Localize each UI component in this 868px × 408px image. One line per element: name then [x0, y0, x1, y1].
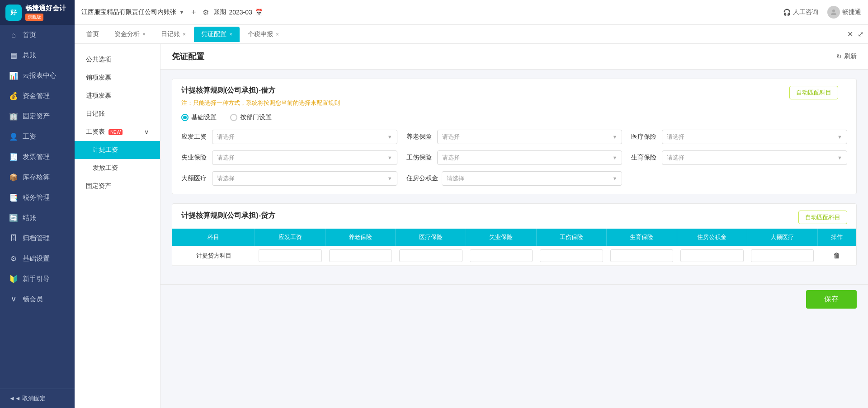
fund-icon: 💰 [9, 92, 18, 100]
birth-select[interactable]: 请选择 ▼ [662, 150, 847, 165]
salary-select[interactable]: 请选择 ▼ [212, 130, 397, 144]
sidebar-item-guide[interactable]: 🔰 新手引导 [0, 269, 75, 289]
close-tab-icon[interactable]: ✕ [847, 30, 853, 38]
left-menu-item-public[interactable]: 公共选项 [75, 51, 160, 69]
app-edition-badge: 旗舰版 [25, 14, 43, 21]
save-button[interactable]: 保存 [806, 290, 857, 309]
expand-tab-icon[interactable]: ⤢ [858, 30, 863, 38]
tab-fund-close-icon[interactable]: × [142, 31, 146, 38]
left-menu-item-fixed-asset[interactable]: 固定资产 [75, 177, 160, 195]
row-birth-input[interactable] [610, 249, 673, 262]
row-pension-input[interactable] [329, 249, 392, 262]
main-area: 江西服宝精品有限责任公司内账张 ▼ + ⚙ 账期 2023-03 📅 🎧 人工咨… [75, 0, 868, 408]
medical-select[interactable]: 请选择 ▼ [662, 130, 847, 144]
row-medical-input[interactable] [399, 249, 462, 262]
sidebar-item-archive[interactable]: 🗄 归档管理 [0, 228, 75, 249]
injury-select[interactable]: 请选择 ▼ [437, 150, 623, 165]
delete-row-icon[interactable]: 🗑 [833, 252, 840, 260]
bigmed-select[interactable]: 请选择 ▼ [212, 171, 397, 186]
left-menu-item-salary-table[interactable]: 工资表 NEW ∨ [75, 123, 160, 141]
sidebar-item-fund[interactable]: 💰 资金管理 [0, 86, 75, 106]
credit-table: 科目 应发工资 养老保险 医疗保险 失业保险 工伤保险 生育保险 住房公积金 大… [172, 229, 856, 266]
period-selector[interactable]: 账期 2023-03 📅 [213, 8, 262, 16]
row-housing-input[interactable] [680, 249, 743, 262]
sidebar-item-asset[interactable]: 🏢 固定资产 [0, 106, 75, 127]
row-bigmed-cell[interactable] [747, 247, 817, 265]
row-injury-cell[interactable] [536, 247, 606, 265]
form-item-salary: 应发工资 请选择 ▼ [181, 130, 397, 144]
company-selector[interactable]: 江西服宝精品有限责任公司内账张 ▼ [81, 8, 184, 16]
row-salary-cell[interactable] [255, 247, 325, 265]
sidebar-item-ledger[interactable]: ▤ 总账 [0, 45, 75, 66]
left-menu-item-purchase[interactable]: 进项发票 [75, 87, 160, 105]
tab-fund[interactable]: 资金分析 × [107, 27, 153, 42]
sidebar-item-settings[interactable]: ⚙ 基础设置 [0, 249, 75, 269]
sidebar-item-label: 发票管理 [23, 153, 50, 161]
sidebar-item-inventory[interactable]: 📦 库存核算 [0, 167, 75, 188]
row-ops-cell[interactable]: 🗑 [817, 249, 856, 263]
home-icon: ⌂ [9, 31, 18, 39]
company-dropdown-icon[interactable]: ▼ [179, 9, 184, 15]
row-unemploy-input[interactable] [470, 249, 533, 262]
calendar-icon[interactable]: 📅 [255, 9, 263, 16]
injury-field-label: 工伤保险 [406, 154, 434, 162]
row-medical-cell[interactable] [396, 247, 466, 265]
left-menu-item-journal[interactable]: 日记账 [75, 105, 160, 123]
credit-auto-match-button[interactable]: 自动匹配科目 [798, 211, 847, 224]
table-header: 科目 应发工资 养老保险 医疗保险 失业保险 工伤保险 生育保险 住房公积金 大… [172, 229, 856, 246]
tab-tax-close-icon[interactable]: × [276, 31, 279, 38]
tab-journal[interactable]: 日记账 × [154, 27, 193, 42]
left-menu: 公共选项 销项发票 进项发票 日记账 工资表 NEW ∨ 计提工资 [75, 44, 160, 408]
col-header-housing: 住房公积金 [677, 229, 748, 246]
sidebar-item-vip[interactable]: V 畅会员 [0, 289, 75, 310]
radio-by-dept[interactable]: 按部门设置 [230, 113, 272, 122]
headset-icon: 🎧 [783, 9, 791, 16]
user-menu[interactable]: 畅捷通 [827, 6, 861, 19]
left-menu-item-pay-salary[interactable]: 发放工资 [75, 159, 160, 177]
app-name: 畅捷通好会计 [25, 4, 66, 12]
tab-journal-close-icon[interactable]: × [183, 31, 186, 38]
pension-select[interactable]: 请选择 ▼ [437, 130, 623, 144]
asset-icon: 🏢 [9, 112, 18, 121]
tab-home[interactable]: 首页 [79, 27, 106, 42]
radio-basic-label: 基础设置 [191, 113, 217, 122]
topbar-right: 🎧 人工咨询 畅捷通 [783, 6, 861, 19]
refresh-button[interactable]: ↻ 刷新 [836, 52, 857, 61]
bigmed-select-arrow: ▼ [387, 176, 392, 181]
sidebar-item-home[interactable]: ⌂ 首页 [0, 25, 75, 45]
sidebar-item-report[interactable]: 📊 云报表中心 [0, 66, 75, 86]
row-salary-input[interactable] [259, 249, 321, 262]
row-birth-cell[interactable] [607, 247, 677, 265]
sidebar-item-checkout[interactable]: 🔄 结账 [0, 208, 75, 228]
col-header-bigmed: 大额医疗 [747, 229, 818, 246]
left-menu-item-calc-salary[interactable]: 计提工资 [75, 141, 160, 159]
add-tab-button[interactable]: + [189, 8, 198, 17]
service-button[interactable]: 🎧 人工咨询 [783, 8, 818, 16]
sidebar-item-salary[interactable]: 👤 工资 [0, 127, 75, 147]
left-menu-item-sales[interactable]: 销项发票 [75, 69, 160, 87]
tab-voucher[interactable]: 凭证配置 × [194, 27, 240, 42]
birth-select-arrow: ▼ [837, 155, 842, 160]
archive-icon: 🗄 [9, 234, 18, 243]
radio-basic[interactable]: 基础设置 [181, 113, 217, 122]
sidebar-item-tax[interactable]: 📑 税务管理 [0, 188, 75, 208]
tab-tax-label: 个税申报 [248, 30, 273, 38]
row-pension-cell[interactable] [326, 247, 396, 265]
sidebar-item-invoice[interactable]: 🧾 发票管理 [0, 147, 75, 167]
settings-gear-icon[interactable]: ⚙ [203, 8, 209, 17]
housing-select[interactable]: 请选择 ▼ [442, 171, 623, 186]
unemploy-select[interactable]: 请选择 ▼ [212, 150, 397, 165]
save-btn-area: 保存 [160, 284, 868, 314]
topbar: 江西服宝精品有限责任公司内账张 ▼ + ⚙ 账期 2023-03 📅 🎧 人工咨… [75, 0, 868, 25]
tab-voucher-close-icon[interactable]: × [229, 31, 232, 38]
sidebar-unpin-button[interactable]: ◄◄ 取消固定 [0, 389, 75, 408]
tab-tax[interactable]: 个税申报 × [241, 27, 286, 42]
debit-auto-match-button[interactable]: 自动匹配科目 [789, 86, 838, 99]
sidebar-item-label: 税务管理 [23, 193, 50, 202]
row-housing-cell[interactable] [677, 247, 747, 265]
row-injury-input[interactable] [540, 249, 603, 262]
form-item-medical: 医疗保险 请选择 ▼ [631, 130, 847, 144]
sidebar-item-label: 固定资产 [23, 112, 50, 121]
row-bigmed-input[interactable] [751, 249, 814, 262]
row-unemploy-cell[interactable] [466, 247, 536, 265]
